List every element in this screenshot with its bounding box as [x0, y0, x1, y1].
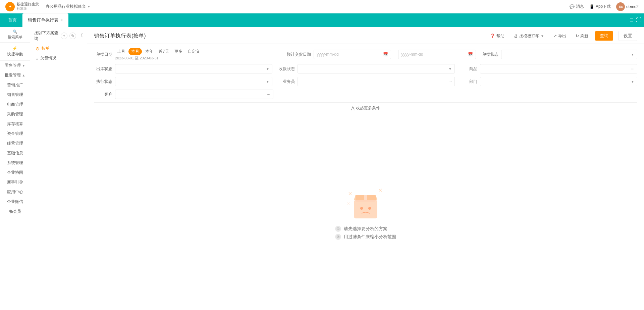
- sidebar-item-membership[interactable]: 畅会员: [0, 207, 30, 216]
- tab-close-icon[interactable]: ×: [60, 18, 63, 22]
- user-area[interactable]: Ea demo2: [616, 2, 639, 11]
- retail-arrow-icon: ▼: [22, 64, 25, 67]
- execution-select[interactable]: ▼: [115, 77, 272, 86]
- outbound-select[interactable]: ▼: [115, 64, 272, 73]
- message-button[interactable]: 💬 消息: [570, 4, 584, 9]
- export-button[interactable]: ↗ 导出: [551, 32, 569, 40]
- sidebar-ecommerce-label: 电商管理: [7, 102, 23, 107]
- salesperson-input[interactable]: ···: [298, 77, 455, 86]
- filter-cell-collection: 收款状态 ▼: [276, 64, 455, 73]
- sidebar-item-app-center[interactable]: 应用中心: [0, 187, 30, 197]
- panel-add-button[interactable]: +: [61, 33, 67, 39]
- header-right: 💬 消息 📱 App下载 Ea demo2: [570, 2, 639, 11]
- svg-marker-3: [367, 195, 377, 200]
- header-left: ✦ 畅捷通好生意 标准版 办公用品行业模拟账套 ▼: [5, 2, 91, 11]
- filter-area: 单据日期 上月 本月 本年 近7天 更多 自定义 2023-03-01 至 20…: [87, 44, 644, 118]
- customer-input[interactable]: ···: [115, 90, 273, 99]
- date-tab-this-year[interactable]: 本年: [143, 48, 155, 55]
- tab-sales-order[interactable]: 销售订单执行表 ×: [22, 13, 68, 27]
- sidebar-item-retail[interactable]: 零售管理 ▼: [0, 61, 30, 70]
- logo-sub: 标准版: [17, 6, 39, 11]
- sidebar-item-search[interactable]: 🔍 搜索菜单: [0, 27, 30, 43]
- sidebar: 🔍 搜索菜单 ⚡ 快捷导航 零售管理 ▼ 批发管理 ▲ 营销推广 销售管理 电商…: [0, 27, 30, 310]
- empty-hints: ① 请先选择要分析的方案 ② 用过滤条件来缩小分析范围: [335, 226, 396, 240]
- sidebar-item-marketing[interactable]: 营销推广: [0, 80, 30, 90]
- panel-collapse-button[interactable]: 《: [78, 33, 83, 39]
- bill-status-select[interactable]: ▼: [501, 50, 637, 59]
- sidebar-item-basic[interactable]: 基础信息: [0, 148, 30, 158]
- sidebar-item-purchase[interactable]: 采购管理: [0, 109, 30, 119]
- date-tab-more[interactable]: 更多: [172, 48, 184, 55]
- panel-item-shortage-label: 欠货情况: [40, 55, 56, 61]
- filter-cell-customer: 客户 ···: [94, 90, 273, 99]
- goods-ellipsis[interactable]: ···: [631, 66, 634, 71]
- collection-label: 收款状态: [276, 66, 295, 72]
- filter-cell-date: 单据日期 上月 本月 本年 近7天 更多 自定义 2023-03-01 至 20…: [94, 48, 283, 61]
- refresh-button[interactable]: ↻ 刷新: [573, 32, 591, 40]
- tab-pin-button[interactable]: □: [630, 17, 633, 23]
- sidebar-membership-label: 畅会员: [9, 209, 21, 214]
- print-button[interactable]: 🖨 按模板打印 ▼: [511, 32, 547, 40]
- goods-input[interactable]: ···: [480, 64, 637, 73]
- calendar-start-icon: 📅: [383, 52, 388, 57]
- sidebar-item-sales[interactable]: 销售管理: [0, 90, 30, 100]
- date-tab-this-month[interactable]: 本月: [128, 48, 142, 55]
- date-tab-custom[interactable]: 自定义: [186, 48, 202, 55]
- collection-select[interactable]: ▼: [298, 64, 455, 73]
- sidebar-retail-label: 零售管理: [5, 63, 21, 68]
- date-range-display: 2023-03-01 至 2023-03-31: [115, 56, 283, 61]
- salesperson-ellipsis[interactable]: ···: [448, 79, 452, 84]
- help-button[interactable]: ❓ 帮助: [487, 32, 507, 40]
- bill-status-label: 单据状态: [480, 52, 498, 57]
- left-panel-title: 按以下方案查询: [34, 30, 61, 42]
- panel-item-shortage[interactable]: ○ 欠货情况: [30, 53, 87, 63]
- breadcrumb-arrow[interactable]: ▼: [87, 5, 91, 8]
- expected-date-start[interactable]: yyyy-mm-dd 📅: [314, 50, 391, 59]
- settings-button[interactable]: 设置: [619, 31, 637, 41]
- panel-edit-button[interactable]: ✎: [69, 33, 76, 39]
- date-tab-7days[interactable]: 近7天: [157, 48, 171, 55]
- print-dropdown-arrow[interactable]: ▼: [541, 34, 544, 38]
- sidebar-search-label: 搜索菜单: [8, 35, 22, 40]
- svg-marker-2: [354, 195, 364, 200]
- left-panel-actions: + ✎ 《: [61, 33, 83, 39]
- sidebar-item-quick-nav[interactable]: ⚡ 快捷导航: [0, 43, 30, 61]
- app-download-label: App下载: [596, 4, 611, 9]
- sidebar-item-inventory[interactable]: 库存核算: [0, 119, 30, 129]
- sidebar-item-cooperation[interactable]: 企业协同: [0, 168, 30, 177]
- sidebar-wholesale-label: 批发管理: [5, 72, 21, 78]
- expected-date-start-placeholder: yyyy-mm-dd: [317, 52, 338, 57]
- execution-arrow: ▼: [266, 80, 269, 84]
- collapse-up-icon: ⋀: [351, 106, 355, 110]
- date-separator: —: [392, 52, 397, 57]
- tab-home[interactable]: 首页: [3, 13, 22, 27]
- date-tab-last-month[interactable]: 上月: [115, 48, 127, 55]
- user-name: demo2: [626, 4, 639, 9]
- sidebar-item-finance[interactable]: 资金管理: [0, 129, 30, 139]
- expected-date-end[interactable]: yyyy-mm-dd 📅: [398, 50, 476, 59]
- sidebar-item-wholesale[interactable]: 批发管理 ▲: [0, 70, 30, 80]
- page-title: 销售订单执行表(按单): [94, 33, 146, 40]
- sidebar-item-guide[interactable]: 新手引导: [0, 177, 30, 187]
- app-download-icon: 📱: [589, 4, 594, 9]
- panel-item-order[interactable]: ⊙ 按单: [30, 44, 87, 53]
- tab-home-label: 首页: [8, 17, 17, 23]
- sidebar-item-ecommerce[interactable]: 电商管理: [0, 100, 30, 109]
- tab-fullscreen-button[interactable]: ⛶: [636, 17, 641, 23]
- main-layout: 🔍 搜索菜单 ⚡ 快捷导航 零售管理 ▼ 批发管理 ▲ 营销推广 销售管理 电商…: [0, 27, 644, 310]
- app-download-button[interactable]: 📱 App下载: [589, 4, 611, 9]
- sidebar-item-operations[interactable]: 经营管理: [0, 139, 30, 148]
- collapse-more-button[interactable]: ⋀ 收起更多条件: [94, 102, 637, 114]
- hint-2-text: 用过滤条件来缩小分析范围: [344, 234, 396, 240]
- customer-ellipsis[interactable]: ···: [267, 92, 270, 97]
- filter-row-3: 执行状态 ▼ 业务员 ··· 部门: [94, 77, 637, 86]
- customer-label: 客户: [94, 92, 112, 97]
- left-panel: 按以下方案查询 + ✎ 《 ⊙ 按单 ○ 欠货情况: [30, 27, 87, 310]
- query-button[interactable]: 查询: [595, 31, 613, 41]
- dept-select[interactable]: ▼: [480, 77, 637, 86]
- sidebar-item-system[interactable]: 系统管理: [0, 158, 30, 168]
- collection-arrow: ▼: [448, 67, 452, 71]
- filter-cell-expected-date: 预计交货日期 yyyy-mm-dd 📅 — yyyy-mm-dd 📅: [287, 50, 476, 59]
- filter-cell-dept: 部门 ▼: [459, 77, 637, 86]
- sidebar-item-wechat[interactable]: 企业微信: [0, 197, 30, 207]
